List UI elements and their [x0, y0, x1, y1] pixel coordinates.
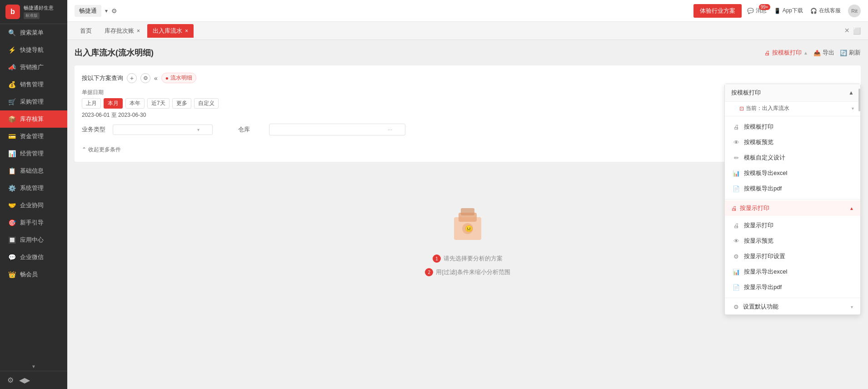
dropdown-current-item[interactable]: ⊡ 当前：出入库流水 ▾ [725, 102, 860, 115]
sidebar-item-wechat[interactable]: 💬 企业微信 [0, 249, 67, 266]
target-icon: 🎯 [7, 219, 16, 226]
sidebar-item-quick-nav[interactable]: ⚡ 快捷导航 [0, 41, 67, 59]
date-opt-7days[interactable]: 近7天 [147, 98, 170, 109]
page-title: 出入库流水(流水明细) [75, 47, 154, 58]
footer-collapse-icon[interactable]: ◀▶ [19, 376, 30, 384]
user-avatar[interactable]: Rit [848, 5, 861, 17]
sidebar-item-inventory[interactable]: 📦 库存核算 [0, 110, 67, 128]
window-close-btn[interactable]: × [844, 26, 849, 35]
sidebar-item-member[interactable]: 👑 畅会员 [0, 266, 67, 283]
sidebar-item-guide[interactable]: 🎯 新手引导 [0, 214, 67, 231]
date-opt-custom[interactable]: 自定义 [194, 98, 219, 109]
industry-btn[interactable]: 体验行业方案 [693, 4, 742, 18]
preview-icon: 👁 [732, 138, 740, 146]
svg-rect-2 [461, 208, 474, 215]
display-pdf-item[interactable]: 📄 按显示导出pdf [725, 279, 860, 295]
template-preview-item[interactable]: 👁 按模板预览 [725, 135, 860, 150]
chart-icon: 📊 [7, 150, 16, 157]
display-printer-icon: 🖨 [732, 221, 740, 229]
date-opt-this-month[interactable]: 本月 [104, 98, 123, 109]
tab-batch[interactable]: 库存批次账 × [99, 24, 145, 38]
template-custom-item[interactable]: ✏ 模板自定义设计 [725, 150, 860, 165]
default-settings-arrow: ▾ [851, 304, 853, 309]
sidebar-item-apps[interactable]: 🔲 应用中心 [0, 231, 67, 249]
sidebar-item-basic[interactable]: 📋 基础信息 [0, 162, 67, 180]
divider-3 [725, 298, 860, 298]
collapse-btn[interactable]: ⌃ 收起更多条件 [82, 146, 121, 154]
footer-settings-icon[interactable]: ⚙ [7, 376, 14, 384]
sidebar-scroll-down-arrow[interactable]: ▼ [31, 364, 36, 369]
business-type-select[interactable]: ▾ [113, 125, 213, 135]
card-icon: 💳 [7, 133, 16, 140]
print-btn[interactable]: 🖨 按模板打印 ▲ [764, 49, 808, 57]
dropdown-collapse-arrow[interactable]: ▲ [848, 90, 854, 96]
pdf-icon: 📄 [732, 185, 740, 193]
template-pdf-item[interactable]: 📄 按模板导出pdf [725, 181, 860, 196]
display-excel-item[interactable]: 📊 按显示导出excel [725, 264, 860, 279]
page-content: 出入库流水(流水明细) 🖨 按模板打印 ▲ 📤 导出 🔄 刷新 [67, 40, 868, 389]
template-excel-item[interactable]: 📊 按模板导出excel [725, 165, 860, 181]
export-btn[interactable]: 📤 导出 [813, 49, 834, 57]
online-service-btn[interactable]: 🎧 在线客服 [810, 7, 841, 15]
display-section-arrow: ▲ [849, 206, 854, 211]
display-print-item[interactable]: 🖨 按显示打印 [725, 218, 860, 233]
date-field: 单据日期 上月 本月 本年 近7天 更多 自定义 2023-06-01 至 20… [82, 89, 219, 119]
date-options: 上月 本月 本年 近7天 更多 自定义 [82, 98, 219, 109]
chat-icon: 💬 [7, 254, 16, 261]
sidebar-logo: b 畅捷通好生意 标准版 [0, 0, 67, 24]
header-right: 💬 消息 99+ 📱 App下载 🎧 在线客服 Rit [747, 5, 861, 17]
header-dropdown-arrow[interactable]: ▾ [105, 8, 108, 14]
date-opt-more[interactable]: 更多 [172, 98, 191, 109]
refresh-icon: 🔄 [840, 50, 847, 56]
sidebar-item-operations[interactable]: 📊 经营管理 [0, 145, 67, 162]
messages-btn[interactable]: 💬 消息 99+ [747, 7, 767, 15]
dropdown-header: 按模板打印 ▲ [725, 84, 860, 102]
warehouse-more-icon: ··· [388, 126, 392, 133]
main-area: 畅捷通 ▾ ⚙ 体验行业方案 💬 消息 99+ 📱 App下载 🎧 在线客服 R… [67, 0, 868, 389]
window-maximize-btn[interactable]: ⬜ [853, 27, 861, 35]
display-print-header-icon: 🖨 [731, 205, 737, 212]
sidebar-item-sales[interactable]: 💰 销售管理 [0, 76, 67, 93]
header-settings-icon[interactable]: ⚙ [111, 7, 117, 15]
megaphone-icon: 📣 [7, 64, 16, 71]
money-icon: 💰 [7, 81, 16, 88]
set-default-item[interactable]: ⚙ 设置默认功能 ▾ [725, 299, 860, 314]
filter-settings-btn[interactable]: ⚙ [140, 73, 150, 83]
sidebar-item-search[interactable]: 🔍 搜索菜单 [0, 24, 67, 41]
tab-flow-close[interactable]: × [185, 28, 188, 34]
excel-icon: 📊 [732, 169, 740, 177]
template-print-item[interactable]: 🖨 按模板打印 [725, 119, 860, 135]
print-dropdown-panel: 按模板打印 ▲ ⊡ 当前：出入库流水 ▾ 🖨 按模板打印 [724, 84, 861, 315]
refresh-btn[interactable]: 🔄 刷新 [840, 49, 861, 57]
tab-flow[interactable]: 出入库流水 × [147, 24, 194, 38]
export-icon: 📤 [813, 50, 821, 56]
page-actions: 🖨 按模板打印 ▲ 📤 导出 🔄 刷新 [764, 49, 861, 57]
warehouse-select[interactable]: ··· [269, 124, 405, 135]
sidebar-item-marketing[interactable]: 📣 营销推广 [0, 59, 67, 76]
clipboard-icon: 📋 [7, 167, 16, 175]
sidebar-item-finance[interactable]: 💳 资金管理 [0, 128, 67, 145]
date-range: 2023-06-01 至 2023-06-30 [82, 111, 219, 119]
logo-icon: b [5, 5, 20, 19]
edition-tag: 标准版 [24, 12, 40, 19]
tab-batch-close[interactable]: × [137, 28, 140, 34]
filter-add-btn[interactable]: + [127, 73, 137, 83]
display-preview-item[interactable]: 👁 按显示预览 [725, 233, 860, 249]
filter-collapse-btn[interactable]: « [154, 75, 158, 82]
header-username[interactable]: 畅捷通 [75, 5, 101, 17]
tab-home[interactable]: 首页 [75, 24, 97, 38]
sidebar-item-purchase[interactable]: 🛒 采购管理 [0, 93, 67, 110]
brand-name: 畅捷通好生意 [24, 5, 54, 11]
date-label: 单据日期 [82, 89, 219, 96]
sidebar-item-system[interactable]: ⚙️ 系统管理 [0, 180, 67, 197]
filter-header: 按以下方案查询 + ⚙ « ● 流水明细 [82, 73, 853, 83]
display-excel-icon: 📊 [732, 268, 740, 276]
date-opt-this-year[interactable]: 本年 [125, 98, 145, 109]
phone-icon: 📱 [774, 8, 781, 14]
display-print-header[interactable]: 🖨 按显示打印 ▲ [725, 200, 860, 216]
date-opt-last-month[interactable]: 上月 [82, 98, 101, 109]
cart-icon: 🛒 [7, 98, 16, 105]
app-download-btn[interactable]: 📱 App下载 [774, 7, 803, 15]
sidebar-item-collab[interactable]: 🤝 企业协同 [0, 197, 67, 214]
display-settings-item[interactable]: ⚙ 按显示打印设置 [725, 249, 860, 264]
